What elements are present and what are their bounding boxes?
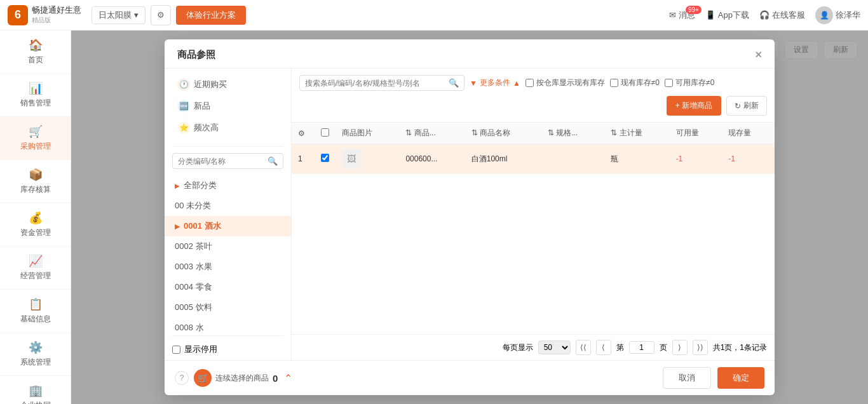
- logo-sub: 精品版: [32, 16, 81, 25]
- product-search-wrap: 🔍: [299, 75, 465, 91]
- sidebar-item-finance[interactable]: 💰 资金管理: [0, 203, 71, 246]
- modal-footer: ? 🛒 连续选择的商品 0 ⌃ 取消 确定: [165, 360, 775, 395]
- sidebar-item-purchase[interactable]: 🛒 采购管理: [0, 117, 71, 160]
- col-checkbox[interactable]: [315, 123, 336, 144]
- available-checkbox[interactable]: [610, 79, 618, 87]
- sidebar-label-finance: 资金管理: [20, 227, 51, 238]
- sidebar-item-basic[interactable]: 📋 基础信息: [0, 290, 71, 333]
- sort-icon: ⇅: [405, 128, 412, 137]
- page-label: 第: [616, 342, 624, 353]
- sidebar-item-inventory[interactable]: 📦 库存核算: [0, 160, 71, 203]
- settings-gear-button[interactable]: ⚙: [151, 5, 171, 25]
- app-download-button[interactable]: 📱 App下载: [705, 10, 749, 21]
- warehouse-checkbox[interactable]: [526, 79, 534, 87]
- next-page-button[interactable]: ⟩: [672, 340, 688, 355]
- category-item-0005[interactable]: 0005 饮料: [165, 297, 291, 318]
- product-thumbnail: 🖼: [342, 149, 361, 168]
- user-profile-button[interactable]: 👤 徐泽华: [815, 6, 860, 24]
- nav-right: ✉ 消息 99+ 📱 App下载 🎧 在线客服 👤 徐泽华: [669, 6, 860, 24]
- divider-1: [172, 146, 283, 147]
- quick-filter-new[interactable]: 🆕 新品: [172, 95, 283, 117]
- modal-overlay: 商品参照 × 🕐 近期购买 🆕: [71, 30, 868, 404]
- category-0004-label: 0004 零食: [175, 281, 212, 293]
- sidebar-label-enterprise: 企业协同: [20, 400, 51, 404]
- main-layout: 🏠 首页 📊 销售管理 🛒 采购管理 📦 库存核算 💰 资金管理 📈 经营管理 …: [0, 30, 868, 404]
- pagination: 每页显示 20 50 100 ⟨⟨ ⟨ 第 页 ⟩: [292, 334, 775, 360]
- all-arrow-icon: ▶: [175, 182, 180, 189]
- quick-filter-recent[interactable]: 🕐 近期购买: [172, 74, 283, 95]
- category-item-0008[interactable]: 0008 水: [165, 318, 291, 333]
- category-item-0004[interactable]: 0004 零食: [165, 277, 291, 297]
- sidebar-label-basic: 基础信息: [20, 314, 51, 325]
- checkbox-show-by-warehouse[interactable]: 按仓库显示现有库存: [526, 77, 605, 88]
- table-row[interactable]: 1 🖼: [292, 144, 775, 174]
- finance-icon: 💰: [29, 211, 43, 225]
- add-product-button[interactable]: + 新增商品: [667, 96, 721, 116]
- top-navbar: 6 畅捷通好生意 精品版 日太阳膜 ▾ ⚙ 体验行业方案 ✉ 消息 99+ 📱 …: [0, 0, 868, 30]
- confirm-button[interactable]: 确定: [717, 367, 764, 389]
- checkbox-usable-not-zero[interactable]: 可用库存≠0: [665, 77, 714, 88]
- sort-icon-spec: ⇅: [548, 128, 554, 137]
- category-item-0003[interactable]: 0003 水果: [165, 257, 291, 277]
- collapse-selected-icon[interactable]: ⌃: [284, 372, 292, 384]
- cart-icon: 🛒: [194, 369, 212, 387]
- first-page-button[interactable]: ⟨⟨: [576, 340, 591, 355]
- total-info: 共1页，1条记录: [713, 342, 767, 353]
- select-all-checkbox[interactable]: [321, 128, 329, 137]
- home-icon: 🏠: [29, 38, 43, 52]
- checkbox-available-not-zero[interactable]: 现有库存≠0: [610, 77, 660, 88]
- messages-button[interactable]: ✉ 消息 99+: [669, 10, 695, 21]
- row-checkbox-cell[interactable]: [315, 144, 336, 174]
- avatar: 👤: [815, 6, 833, 24]
- col-code[interactable]: ⇅ 商品...: [399, 123, 465, 144]
- product-search-input[interactable]: [305, 79, 449, 88]
- customer-service-button[interactable]: 🎧 在线客服: [759, 10, 805, 21]
- category-item-all[interactable]: ▶ 全部分类: [165, 175, 291, 196]
- cancel-button[interactable]: 取消: [663, 367, 711, 389]
- more-filters-button[interactable]: ▼ 更多条件 ▲: [470, 77, 520, 88]
- sidebar-item-sales[interactable]: 📊 销售管理: [0, 74, 71, 117]
- toolbar-right: + 新增商品 ↻ 刷新: [667, 96, 767, 116]
- sidebar-label-sales: 销售管理: [20, 98, 51, 109]
- quick-filter-frequent[interactable]: ⭐ 频次高: [172, 117, 283, 138]
- usable-checkbox[interactable]: [665, 79, 673, 87]
- category-search-input[interactable]: [178, 157, 268, 166]
- help-icon[interactable]: ?: [175, 371, 189, 385]
- col-name[interactable]: ⇅ 商品名称: [465, 123, 541, 144]
- trial-button[interactable]: 体验行业方案: [176, 6, 246, 25]
- last-page-button[interactable]: ⟩⟩: [693, 340, 708, 355]
- sidebar-item-operations[interactable]: 📈 经营管理: [0, 246, 71, 290]
- per-page-select[interactable]: 20 50 100: [538, 340, 571, 354]
- logo-text: 畅捷通好生意: [32, 5, 81, 16]
- sidebar-item-system[interactable]: ⚙️ 系统管理: [0, 333, 71, 376]
- category-search-box: 🔍: [172, 153, 283, 169]
- spec-header: 规格...: [556, 128, 578, 137]
- app-label: App下载: [718, 10, 749, 21]
- col-settings[interactable]: ⚙: [292, 123, 315, 144]
- row-checkbox[interactable]: [321, 154, 329, 162]
- star-icon: ⭐: [177, 121, 190, 134]
- product-table-wrap: ⚙ 商品图片 ⇅ 商品...: [292, 123, 775, 334]
- warehouse-label: 按仓库显示现有库存: [536, 77, 605, 88]
- show-disabled-checkbox[interactable]: [172, 346, 180, 354]
- content-area: 查询 设置 刷新 商品参照 × 🕐: [71, 30, 868, 404]
- category-item-0001[interactable]: ▶ 0001 酒水: [165, 216, 291, 236]
- sidebar-item-home[interactable]: 🏠 首页: [0, 30, 71, 74]
- col-available: 可用量: [670, 123, 722, 144]
- chevron-up-icon: ▲: [513, 79, 520, 88]
- prev-page-button[interactable]: ⟨: [596, 340, 611, 355]
- company-name: 日太阳膜: [98, 10, 132, 21]
- footer-left: ? 🛒 连续选择的商品 0 ⌃: [175, 369, 292, 387]
- table-header: ⚙ 商品图片 ⇅ 商品...: [292, 123, 775, 144]
- divider-2: [172, 335, 283, 336]
- col-spec[interactable]: ⇅ 规格...: [541, 123, 604, 144]
- refresh-label: 刷新: [743, 100, 759, 111]
- company-selector[interactable]: 日太阳膜 ▾: [92, 6, 146, 24]
- modal-close-button[interactable]: ×: [755, 48, 762, 62]
- category-item-00[interactable]: 00 未分类: [165, 196, 291, 216]
- page-number-input[interactable]: [629, 341, 654, 354]
- category-item-0002[interactable]: 0002 茶叶: [165, 236, 291, 257]
- col-unit[interactable]: ⇅ 主计量: [604, 123, 669, 144]
- sidebar-item-enterprise[interactable]: 🏢 企业协同: [0, 376, 71, 404]
- refresh-button[interactable]: ↻ 刷新: [726, 96, 767, 116]
